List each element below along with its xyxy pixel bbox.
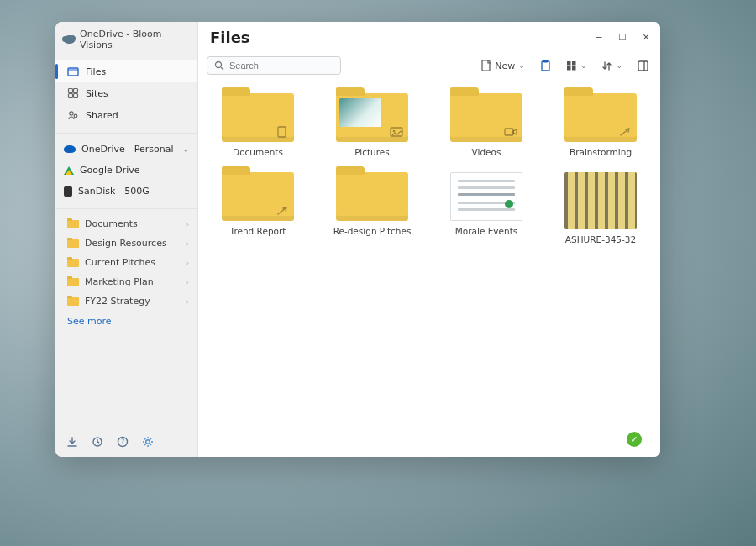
item-label: Brainstorming bbox=[570, 147, 632, 157]
item-documents[interactable]: Documents bbox=[207, 93, 309, 157]
image-thumbnail bbox=[564, 172, 637, 229]
grid-view-icon bbox=[566, 60, 577, 71]
video-overlay-icon bbox=[504, 126, 517, 138]
sync-status-icon[interactable]: ✓ bbox=[627, 432, 642, 447]
doc-overlay-icon bbox=[276, 126, 289, 138]
clipboard-icon bbox=[540, 60, 551, 71]
svg-point-6 bbox=[74, 114, 77, 118]
close-button[interactable]: ✕ bbox=[640, 32, 652, 43]
svg-rect-14 bbox=[543, 60, 548, 63]
sidebar: OneDrive - Bloom Visions Files Sites Sha… bbox=[55, 22, 198, 457]
item-videos[interactable]: Videos bbox=[435, 93, 538, 157]
svg-rect-0 bbox=[68, 68, 78, 76]
search-input[interactable] bbox=[229, 60, 345, 71]
qf-current-pitches[interactable]: Current Pitches› bbox=[55, 253, 197, 272]
details-pane-button[interactable] bbox=[634, 58, 652, 74]
pic-overlay-icon bbox=[390, 126, 403, 138]
item-label: ASHURE-345-32 bbox=[565, 234, 636, 244]
folder-icon bbox=[67, 297, 79, 306]
chevron-down-icon: ⌄ bbox=[616, 61, 622, 70]
toolbar: New ⌄ ⌄ ⌄ bbox=[198, 53, 660, 81]
paste-button[interactable] bbox=[537, 57, 554, 74]
item-label: Morale Events bbox=[455, 226, 518, 236]
toolbar-actions: New ⌄ ⌄ ⌄ bbox=[478, 57, 652, 74]
sort-button[interactable]: ⌄ bbox=[598, 58, 626, 74]
document-icon bbox=[481, 60, 491, 71]
document-thumbnail bbox=[450, 172, 522, 221]
help-icon[interactable]: ? bbox=[116, 435, 129, 449]
folder-icon bbox=[67, 278, 79, 286]
item-brainstorming[interactable]: Brainstorming bbox=[549, 93, 652, 157]
folder-icon bbox=[67, 239, 79, 248]
svg-rect-12 bbox=[482, 60, 490, 71]
svg-point-11 bbox=[216, 62, 222, 68]
item-morale-events[interactable]: Morale Events bbox=[435, 172, 538, 244]
item-ashure[interactable]: ASHURE-345-32 bbox=[549, 172, 652, 244]
item-redesign-pitches[interactable]: Re-design Pitches bbox=[321, 172, 423, 244]
new-button[interactable]: New ⌄ bbox=[478, 57, 528, 74]
chevron-down-icon: ⌄ bbox=[518, 61, 525, 70]
nav-files[interactable]: Files bbox=[55, 60, 197, 82]
nav-sites[interactable]: Sites bbox=[55, 82, 197, 104]
svg-rect-19 bbox=[638, 61, 648, 71]
account-title: OneDrive - Bloom Visions bbox=[80, 29, 189, 50]
account-header[interactable]: OneDrive - Bloom Visions bbox=[55, 22, 197, 57]
item-trend-report[interactable]: Trend Report bbox=[207, 172, 309, 244]
folder-icon bbox=[336, 93, 408, 142]
search-icon bbox=[214, 60, 224, 71]
svg-point-22 bbox=[393, 130, 396, 133]
svg-rect-17 bbox=[567, 66, 571, 71]
folder-icon bbox=[450, 93, 522, 142]
qf-fy22-strategy[interactable]: FY22 Strategy› bbox=[55, 291, 197, 311]
item-label: Trend Report bbox=[230, 226, 286, 236]
sidebar-footer: ? bbox=[55, 427, 197, 457]
svg-rect-20 bbox=[278, 127, 286, 137]
item-label: Re-design Pitches bbox=[333, 226, 412, 236]
new-label: New bbox=[495, 60, 515, 71]
qf-documents[interactable]: Documents› bbox=[55, 214, 197, 234]
chevron-down-icon: ⌄ bbox=[182, 145, 189, 154]
account-label: OneDrive - Personal bbox=[81, 144, 173, 155]
folder-icon bbox=[564, 93, 637, 142]
status-dot-icon bbox=[505, 200, 513, 208]
nav-list: Files Sites Shared bbox=[55, 57, 197, 129]
download-icon[interactable] bbox=[66, 435, 79, 449]
chevron-right-icon: › bbox=[186, 220, 189, 228]
chevron-right-icon: › bbox=[186, 297, 189, 306]
folder-label: Design Resources bbox=[85, 238, 167, 249]
folder-label: Marketing Plan bbox=[85, 276, 154, 287]
window-controls: ─ ☐ ✕ bbox=[593, 32, 652, 43]
gdrive-icon bbox=[64, 166, 74, 175]
see-more-link[interactable]: See more bbox=[55, 311, 197, 332]
settings-icon[interactable] bbox=[141, 435, 155, 449]
account-onedrive-personal[interactable]: OneDrive - Personal ⌄ bbox=[55, 139, 197, 160]
nav-shared[interactable]: Shared bbox=[55, 104, 197, 126]
details-icon bbox=[638, 60, 648, 71]
svg-rect-16 bbox=[572, 61, 576, 66]
svg-rect-13 bbox=[542, 61, 549, 71]
cloud-icon bbox=[64, 35, 75, 44]
svg-rect-3 bbox=[69, 94, 73, 98]
view-button[interactable]: ⌄ bbox=[563, 58, 591, 74]
item-label: Pictures bbox=[354, 147, 390, 157]
share-overlay-icon bbox=[276, 205, 289, 217]
nav-label: Files bbox=[86, 66, 106, 77]
folder-icon bbox=[67, 220, 79, 228]
folder-label: Documents bbox=[85, 218, 138, 229]
chevron-right-icon: › bbox=[186, 259, 189, 267]
account-google-drive[interactable]: Google Drive bbox=[55, 160, 197, 181]
search-box[interactable] bbox=[207, 56, 341, 75]
qf-marketing-plan[interactable]: Marketing Plan› bbox=[55, 272, 197, 291]
qf-design-resources[interactable]: Design Resources› bbox=[55, 234, 197, 253]
account-label: Google Drive bbox=[80, 165, 140, 176]
svg-point-10 bbox=[146, 440, 150, 444]
refresh-icon[interactable] bbox=[91, 435, 104, 449]
share-overlay-icon bbox=[618, 126, 632, 138]
item-pictures[interactable]: Pictures bbox=[321, 93, 423, 157]
maximize-button[interactable]: ☐ bbox=[617, 32, 628, 43]
account-sandisk[interactable]: SanDisk - 500G bbox=[55, 181, 197, 202]
items-grid: Documents Pictures Videos Brainstorming … bbox=[198, 81, 660, 256]
titlebar: Files ─ ☐ ✕ bbox=[198, 22, 660, 53]
minimize-button[interactable]: ─ bbox=[593, 32, 605, 43]
nav-label: Shared bbox=[86, 110, 118, 121]
